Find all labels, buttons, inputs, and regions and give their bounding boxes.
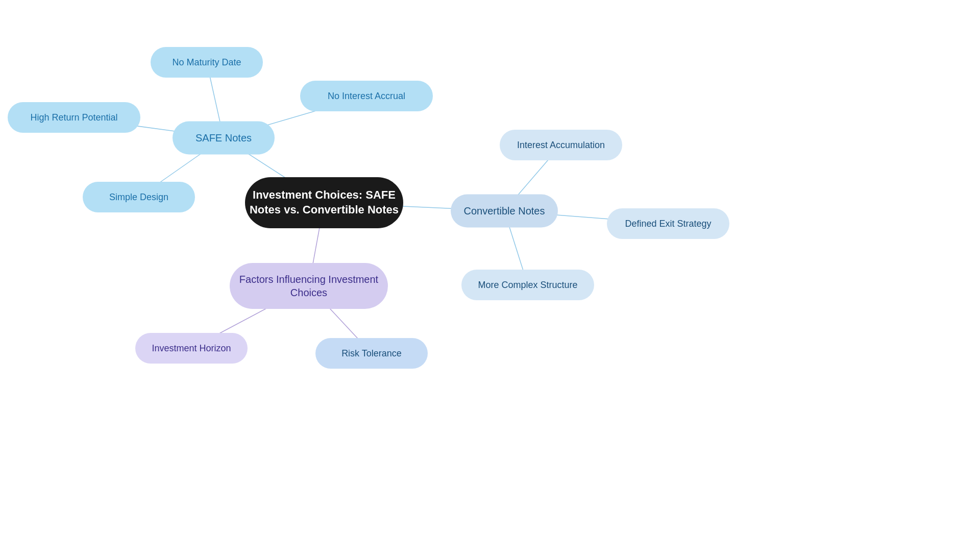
investment-horizon-label: Investment Horizon bbox=[152, 343, 231, 354]
center-label: Investment Choices: SAFE Notes vs. Conve… bbox=[245, 188, 403, 217]
no-maturity-node[interactable]: No Maturity Date bbox=[151, 47, 263, 78]
risk-tolerance-label: Risk Tolerance bbox=[341, 348, 402, 359]
defined-exit-label: Defined Exit Strategy bbox=[625, 219, 711, 229]
investment-horizon-node[interactable]: Investment Horizon bbox=[135, 333, 248, 364]
more-complex-node[interactable]: More Complex Structure bbox=[461, 270, 594, 300]
factors-label: Factors Influencing Investment Choices bbox=[230, 273, 388, 299]
safe-notes-node[interactable]: SAFE Notes bbox=[173, 122, 275, 155]
no-interest-label: No Interest Accrual bbox=[328, 91, 405, 102]
more-complex-label: More Complex Structure bbox=[478, 280, 577, 291]
risk-tolerance-node[interactable]: Risk Tolerance bbox=[315, 338, 428, 369]
safe-notes-label: SAFE Notes bbox=[195, 132, 252, 144]
simple-design-label: Simple Design bbox=[109, 192, 168, 203]
simple-design-node[interactable]: Simple Design bbox=[83, 182, 195, 212]
convertible-notes-label: Convertible Notes bbox=[464, 205, 545, 217]
defined-exit-node[interactable]: Defined Exit Strategy bbox=[607, 208, 729, 239]
no-maturity-label: No Maturity Date bbox=[172, 57, 241, 68]
high-return-label: High Return Potential bbox=[30, 112, 117, 123]
interest-accumulation-node[interactable]: Interest Accumulation bbox=[500, 130, 622, 160]
interest-accumulation-label: Interest Accumulation bbox=[517, 140, 605, 151]
no-interest-node[interactable]: No Interest Accrual bbox=[300, 81, 433, 111]
convertible-notes-node[interactable]: Convertible Notes bbox=[451, 195, 558, 228]
high-return-node[interactable]: High Return Potential bbox=[8, 102, 140, 133]
center-node[interactable]: Investment Choices: SAFE Notes vs. Conve… bbox=[245, 177, 403, 228]
factors-node[interactable]: Factors Influencing Investment Choices bbox=[230, 263, 388, 309]
